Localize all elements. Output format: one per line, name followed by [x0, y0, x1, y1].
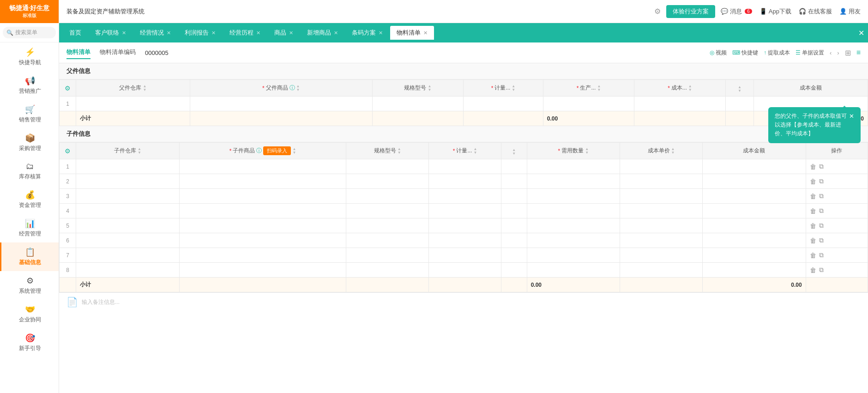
- child-cell-product-5[interactable]: [179, 218, 346, 233]
- child-cell-unit-2[interactable]: [429, 174, 501, 189]
- child-cell-extra-5[interactable]: [501, 218, 527, 233]
- child-cell-unit-8[interactable]: [429, 263, 501, 278]
- extract-cost-action[interactable]: ↑ 提取成本: [764, 49, 790, 57]
- message-action[interactable]: 💬 消息 6: [721, 7, 752, 16]
- scan-input-button[interactable]: 扫码录入: [263, 146, 291, 155]
- tab-barcode-close[interactable]: ✕: [379, 30, 383, 36]
- child-cell-product-3[interactable]: [179, 189, 346, 204]
- sidebar-item-finance[interactable]: 💰 资金管理: [0, 185, 59, 214]
- child-cell-qty-8[interactable]: [527, 263, 620, 278]
- copy-icon-2[interactable]: ⧉: [819, 177, 824, 185]
- delete-icon-8[interactable]: 🗑: [810, 266, 816, 274]
- child-cell-spec-6[interactable]: [346, 233, 429, 248]
- child-cell-product-4[interactable]: [179, 204, 346, 218]
- close-all-tabs[interactable]: ✕: [858, 29, 864, 37]
- child-cell-warehouse-1[interactable]: [76, 159, 180, 174]
- child-cell-qty-4[interactable]: [527, 204, 620, 218]
- copy-icon-6[interactable]: ⧉: [819, 236, 824, 244]
- child-cell-costunit-7[interactable]: [620, 248, 702, 263]
- child-cell-qty-2[interactable]: [527, 174, 620, 189]
- sidebar-item-system[interactable]: ⚙ 系统管理: [0, 271, 59, 300]
- trial-button[interactable]: 体验行业方案: [666, 5, 715, 18]
- tab-product-close[interactable]: ✕: [289, 30, 293, 36]
- tab-home[interactable]: 首页: [63, 26, 88, 40]
- delete-icon-7[interactable]: 🗑: [810, 252, 816, 259]
- tab-operation-status[interactable]: 经营情况 ✕: [133, 26, 177, 40]
- settings-icon[interactable]: ⚙: [654, 7, 661, 16]
- tab-profit-close[interactable]: ✕: [211, 30, 216, 36]
- tab-history[interactable]: 经营历程 ✕: [223, 26, 267, 40]
- child-cell-costunit-6[interactable]: [620, 233, 702, 248]
- child-cell-qty-7[interactable]: [527, 248, 620, 263]
- child-cell-unit-7[interactable]: [429, 248, 501, 263]
- shortcut-action[interactable]: ⌨ 快捷键: [732, 49, 758, 57]
- tab-customer-close[interactable]: ✕: [122, 30, 126, 36]
- sidebar-item-sales[interactable]: 🛒 销售管理: [0, 100, 59, 128]
- grid-view-icon[interactable]: ⊞: [845, 48, 851, 57]
- child-cell-product-2[interactable]: [179, 174, 346, 189]
- sidebar-item-guide[interactable]: 🎯 新手引导: [0, 328, 59, 357]
- parent-cell-extra-1[interactable]: [725, 97, 754, 111]
- child-cell-costunit-4[interactable]: [620, 204, 702, 218]
- copy-icon-7[interactable]: ⧉: [819, 251, 824, 259]
- sidebar-item-purchase[interactable]: 📦 采购管理: [0, 128, 59, 157]
- sidebar-search-container[interactable]: 🔍 搜索菜单: [0, 23, 59, 42]
- child-cell-spec-4[interactable]: [346, 204, 429, 218]
- child-cell-qty-3[interactable]: [527, 189, 620, 204]
- copy-icon-1[interactable]: ⧉: [819, 163, 824, 170]
- copy-icon-5[interactable]: ⧉: [819, 222, 824, 230]
- child-cell-product-1[interactable]: [179, 159, 346, 174]
- sidebar-item-quicknav[interactable]: ⚡ 快捷导航: [0, 42, 59, 71]
- delete-icon-4[interactable]: 🗑: [810, 207, 816, 215]
- child-cell-extra-7[interactable]: [501, 248, 527, 263]
- child-cell-extra-6[interactable]: [501, 233, 527, 248]
- search-trigger[interactable]: 🔍 搜索菜单: [3, 27, 56, 38]
- child-cell-spec-3[interactable]: [346, 189, 429, 204]
- child-cell-costunit-3[interactable]: [620, 189, 702, 204]
- child-cell-costunit-5[interactable]: [620, 218, 702, 233]
- child-cell-costunit-8[interactable]: [620, 263, 702, 278]
- child-cell-spec-1[interactable]: [346, 159, 429, 174]
- app-download-action[interactable]: 📱 App下载: [760, 7, 791, 16]
- tooltip-close-button[interactable]: ✕: [849, 112, 854, 121]
- sidebar-item-basic[interactable]: 📋 基础信息: [0, 242, 59, 271]
- child-cell-warehouse-6[interactable]: [76, 233, 180, 248]
- child-cell-product-8[interactable]: [179, 263, 346, 278]
- sidebar-item-operation[interactable]: 📊 经营管理: [0, 214, 59, 242]
- parent-cell-prod-1[interactable]: [543, 97, 634, 111]
- user-action[interactable]: 👤 用友: [839, 7, 861, 16]
- child-cell-costunit-1[interactable]: [620, 159, 702, 174]
- parent-cell-warehouse-1[interactable]: [76, 97, 190, 111]
- parent-cell-cost-1[interactable]: [634, 97, 725, 111]
- tab-profit[interactable]: 利润报告 ✕: [178, 26, 222, 40]
- child-cell-warehouse-4[interactable]: [76, 204, 180, 218]
- child-cell-qty-1[interactable]: [527, 159, 620, 174]
- tab-customer[interactable]: 客户联络 ✕: [89, 26, 133, 40]
- copy-icon-4[interactable]: ⧉: [819, 207, 824, 215]
- copy-icon-3[interactable]: ⧉: [819, 192, 824, 200]
- th-parent-settings[interactable]: ⚙: [60, 80, 76, 97]
- copy-icon-8[interactable]: ⧉: [819, 266, 824, 274]
- child-cell-qty-6[interactable]: [527, 233, 620, 248]
- parent-cell-spec-1[interactable]: [372, 97, 463, 111]
- sidebar-item-inventory[interactable]: 🗂 库存核算: [0, 157, 59, 185]
- child-cell-spec-7[interactable]: [346, 248, 429, 263]
- child-cell-product-6[interactable]: [179, 233, 346, 248]
- sub-tab-bom-code[interactable]: 物料清单编码: [100, 46, 136, 59]
- child-cell-extra-2[interactable]: [501, 174, 527, 189]
- sidebar-item-corp[interactable]: 🤝 企业协同: [0, 300, 59, 328]
- child-cell-extra-3[interactable]: [501, 189, 527, 204]
- nav-next-icon[interactable]: ›: [837, 49, 839, 56]
- child-cell-unit-5[interactable]: [429, 218, 501, 233]
- online-support-action[interactable]: 🎧 在线客服: [799, 7, 832, 16]
- child-cell-unit-1[interactable]: [429, 159, 501, 174]
- child-cell-extra-8[interactable]: [501, 263, 527, 278]
- tab-history-close[interactable]: ✕: [256, 30, 260, 36]
- child-cell-warehouse-3[interactable]: [76, 189, 180, 204]
- child-cell-costunit-2[interactable]: [620, 174, 702, 189]
- child-cell-product-7[interactable]: [179, 248, 346, 263]
- child-cell-warehouse-2[interactable]: [76, 174, 180, 189]
- list-view-icon[interactable]: ≡: [856, 48, 861, 57]
- delete-icon-3[interactable]: 🗑: [810, 193, 816, 200]
- tab-product[interactable]: 商品 ✕: [268, 26, 300, 40]
